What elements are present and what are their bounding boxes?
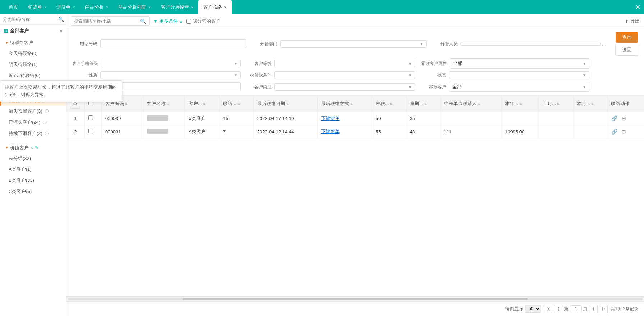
sidebar-value-customers-header[interactable]: ▼ 价值客户 ○ ✎ <box>0 142 66 153</box>
pending-arrow-icon: ▼ <box>5 41 9 45</box>
row1-last-method[interactable]: 下销货单 <box>317 112 372 125</box>
query-button[interactable]: 查询 <box>616 32 638 43</box>
row2-last-method[interactable]: 下销货单 <box>317 125 372 138</box>
per-page-select[interactable]: 50 <box>525 305 541 313</box>
nav-customer-stratification[interactable]: 客户分层经营 × <box>156 0 198 14</box>
sidebar-tomorrow-pending[interactable]: 明天待联络(1) <box>0 59 66 70</box>
filter-row-2: 客户价格等级 ▼ 客户等级 ▼ 零散客户属性 <box>72 58 638 69</box>
col-this-year[interactable]: 本年... ⇅ <box>501 96 539 112</box>
row1-link-icon[interactable]: 🔗 <box>611 115 618 122</box>
payment-field: 收付款条件 ▼ <box>246 71 415 79</box>
next-page-btn[interactable]: ⟩ <box>589 305 598 313</box>
col-last-contact-date[interactable]: 最后联络日期 ⇅ <box>253 96 317 112</box>
main-search-input[interactable] <box>74 19 139 24</box>
col-contact-person[interactable]: 往来单位联系人 ⇅ <box>440 96 501 112</box>
scatter-customer-select[interactable]: 全部 ▼ <box>449 82 589 92</box>
customer-type-select[interactable]: ▼ <box>274 83 415 91</box>
sidebar-continuous-drop[interactable]: 持续下滑客户(2) ⓘ <box>0 128 66 139</box>
nature-label: 性质 <box>72 72 97 78</box>
data-table-area: ⚙ 客户编码 ⇅ <box>66 96 644 296</box>
row1-select-checkbox[interactable] <box>88 115 93 120</box>
dept-select[interactable]: ▼ <box>280 40 426 48</box>
customer-level-label: 客户等级 <box>246 61 272 67</box>
lost-pre-info-icon: ⓘ <box>45 109 49 113</box>
manager-select[interactable] <box>460 42 601 46</box>
sidebar-7days-pending[interactable]: 近7天待联络(0) <box>0 70 66 81</box>
row1-code[interactable]: 000039 <box>102 112 143 125</box>
row2-last-date: 2023-04-12 14:44: <box>253 125 317 138</box>
col-customer-name[interactable]: 客户名称 ⇅ <box>143 96 185 112</box>
search-box: 🔍 <box>71 16 150 26</box>
col-uncontacted[interactable]: 未联... ⇅ <box>372 96 406 112</box>
customer-type-field: 客户类型 ▼ <box>246 83 415 91</box>
row2-link-icon[interactable]: 🔗 <box>611 128 618 135</box>
sidebar-search-icon[interactable]: 🔍 <box>58 16 64 22</box>
nav-customer-contact[interactable]: 客户联络 × <box>198 0 231 14</box>
col-last-contact-method[interactable]: 最后联络方式 ⇅ <box>317 96 372 112</box>
sidebar-value-a[interactable]: A类客户(1) <box>0 164 66 175</box>
last-page-btn[interactable]: ⟩⟩ <box>599 305 608 313</box>
close-customer-stratification-tab[interactable]: × <box>191 5 193 9</box>
row2-type: A类客户 <box>185 125 219 138</box>
row2-code[interactable]: 000031 <box>102 125 143 138</box>
my-customers-filter[interactable]: 我分管的客户 <box>186 18 221 24</box>
row2-name-blurred <box>147 129 168 134</box>
filter-icon: ▼ <box>153 19 158 24</box>
filter-row-3: 性质 ▼ 收付款条件 ▼ 状态 <box>72 71 638 79</box>
row1-actions: 🔗 ⊞ <box>607 112 644 125</box>
scatter-attr-select[interactable]: 全部 ▼ <box>450 58 589 69</box>
nav-sales[interactable]: 销货单 × <box>23 0 51 14</box>
close-customer-contact-tab[interactable]: × <box>224 5 226 9</box>
row2-grid-icon[interactable]: ⊞ <box>620 128 627 135</box>
row2-select-checkbox[interactable] <box>88 129 93 133</box>
setting-button[interactable]: 设置 <box>615 44 638 56</box>
row1-type: B类客户 <box>185 112 219 125</box>
phone-input[interactable] <box>100 39 246 48</box>
main-search-icon[interactable]: 🔍 <box>140 18 146 24</box>
status-select[interactable]: ▼ <box>449 71 589 79</box>
manager-dots[interactable]: ... <box>602 41 607 47</box>
col-last-month[interactable]: 上月... ⇅ <box>539 96 573 112</box>
page-number-input[interactable] <box>570 305 582 312</box>
sidebar-value-unassigned[interactable]: 未分组(32) <box>0 153 66 164</box>
nav-home[interactable]: 首页 <box>4 0 23 14</box>
sidebar-today-pending[interactable]: 今天待联络(0) <box>0 48 66 59</box>
nature-select[interactable]: ▼ <box>100 71 241 79</box>
scroll-thumb[interactable] <box>183 298 528 300</box>
prev-page-btn[interactable]: ⟨ <box>554 305 562 313</box>
window-close-button[interactable]: ✕ <box>635 3 640 11</box>
row2-last-month <box>539 125 573 138</box>
col-this-month[interactable]: 本月... ⇅ <box>573 96 607 112</box>
nav-product-analysis[interactable]: 商品分析 × <box>80 0 113 14</box>
export-button[interactable]: ⬆ 导出 <box>625 18 640 24</box>
price-level-select[interactable]: ▼ <box>101 60 241 67</box>
sidebar-search-input[interactable] <box>3 17 57 22</box>
horizontal-scrollbar[interactable] <box>66 296 644 301</box>
more-conditions-btn[interactable]: ▼ 更多条件 ▲ <box>153 18 183 24</box>
close-product-analysis-list-tab[interactable]: × <box>148 5 150 9</box>
sidebar-value-b[interactable]: B类客户(33) <box>0 175 66 186</box>
customers-icon: ⊞ <box>4 28 8 34</box>
close-product-analysis-tab[interactable]: × <box>106 5 108 9</box>
row1-grid-icon[interactable]: ⊞ <box>620 115 627 122</box>
payment-select[interactable]: ▼ <box>274 71 415 79</box>
nav-purchase[interactable]: 进货单 × <box>51 0 80 14</box>
customer-level-field: 客户等级 ▼ <box>246 60 415 67</box>
my-customers-checkbox[interactable] <box>186 19 191 24</box>
col-customer-class[interactable]: 客户... ⇅ <box>185 96 219 112</box>
col-contact-count[interactable]: 联络... ⇅ <box>219 96 253 112</box>
customer-level-arrow: ▼ <box>408 62 412 66</box>
sidebar-pending-group[interactable]: ▼ 待联络客户 <box>0 37 66 48</box>
close-purchase-tab[interactable]: × <box>73 5 75 9</box>
col-overdue[interactable]: 逾期... ⇅ <box>406 96 440 112</box>
sidebar-lost-pre[interactable]: 流失预警客户(3) ⓘ <box>0 106 66 117</box>
nav-product-analysis-list[interactable]: 商品分析列表 × <box>113 0 156 14</box>
first-page-btn[interactable]: ⟨⟨ <box>544 305 552 313</box>
nature-arrow: ▼ <box>234 73 237 77</box>
sidebar-already-lost[interactable]: 已流失客户(24) ⓘ <box>0 117 66 128</box>
customer-level-select[interactable]: ▼ <box>274 60 415 67</box>
close-sales-tab[interactable]: × <box>44 5 46 9</box>
value-group-edit-icon[interactable]: ✎ <box>35 145 38 150</box>
sidebar-value-c[interactable]: C类客户(6) <box>0 186 66 197</box>
sidebar-collapse-btn[interactable]: « <box>60 28 62 34</box>
